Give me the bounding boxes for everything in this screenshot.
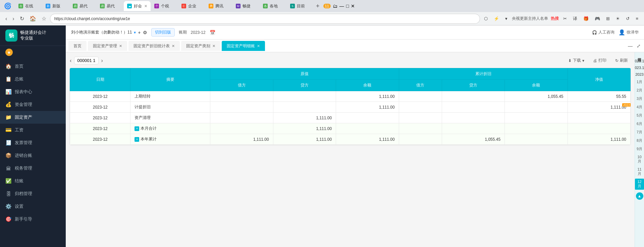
table-row: 2023-12 上期结转 1,111.00 1,055.45 55.55 [70, 91, 631, 102]
back-button[interactable]: ‹ [4, 14, 8, 23]
tab-asset-category[interactable]: 固定资产类别 ✕ [181, 41, 220, 51]
sidebar-item-home[interactable]: 🏠 首页 [0, 60, 66, 73]
sidebar-item-ledger[interactable]: 📋 总账 [0, 73, 66, 85]
period-month-11[interactable]: 11月 [635, 166, 644, 177]
sidebar-item-purchsale[interactable]: 📦 进销台账 [0, 149, 66, 162]
tab-close-4[interactable]: ✕ [144, 4, 147, 8]
wallet-icon[interactable]: 🎁 [582, 15, 590, 22]
tab-asset-category-close[interactable]: ✕ [212, 44, 215, 48]
settings-icon: ⚙️ [5, 203, 11, 209]
extensions-icon[interactable]: ⬡ [482, 15, 489, 22]
maximize-pane-icon[interactable]: ⤢ [636, 43, 641, 49]
menu-icon[interactable]: ≡ [634, 15, 640, 22]
tab-asset-management[interactable]: 固定资产管理 ✕ [88, 41, 127, 51]
browser-tab-2[interactable]: 易 易代 [69, 1, 96, 11]
sidebar-label-settings: 设置 [15, 203, 23, 209]
period-month-2[interactable]: 2月 [635, 87, 644, 94]
browser-tab-4[interactable]: ☁ 好会 ✕ [124, 1, 151, 11]
sidebar-item-assets[interactable]: 📁 固定资产 [0, 111, 66, 124]
tab-asset-management-close[interactable]: ✕ [119, 44, 122, 48]
sun-icon[interactable]: ☀ [614, 15, 622, 22]
sidebar-item-settings[interactable]: ⚙️ 设置 [0, 200, 66, 213]
scissors-icon[interactable]: ✂ [561, 15, 569, 22]
tab-bar: 🌀 在 在线 新 新版 易 易代 易 易代 ☁ 好会 ✕ 个 个税 C 企业 [0, 0, 644, 12]
game-icon[interactable]: 🎮 [593, 15, 602, 22]
calendar-icon[interactable]: 📅 [210, 30, 215, 35]
translate-icon[interactable]: 译 [571, 15, 579, 23]
settings-small-icon[interactable]: ⚙ [143, 30, 147, 35]
period-month-12[interactable]: 12月 [635, 179, 644, 190]
browser-tab-10[interactable]: S 目前 [287, 1, 314, 11]
tab-asset-detail-close[interactable]: ✕ [257, 44, 260, 48]
period-month-5[interactable]: 5月 [635, 112, 644, 119]
home-button[interactable]: 🏠 [28, 14, 38, 23]
forward-button[interactable]: › [11, 14, 15, 23]
tab-label-3: 易代 [107, 3, 115, 9]
period-month-9[interactable]: 9月 [635, 145, 644, 152]
browser-tab-8[interactable]: M 畅捷 [232, 1, 259, 11]
refresh-label: 刷新 [620, 58, 628, 63]
period-month-1[interactable]: 1月 [635, 78, 644, 85]
restore-window-icon[interactable]: 🗂 [333, 3, 337, 9]
browser-tab-9[interactable]: 各 各地 [260, 1, 286, 11]
sidebar-item-closing[interactable]: ✅ 结账 [0, 175, 66, 187]
lightning-icon[interactable]: ⚡ [492, 15, 501, 22]
period-month-4[interactable]: 4月 [635, 104, 644, 111]
cell-summary: +本月合计 [130, 123, 210, 134]
browser-tab-1[interactable]: 新 新版 [42, 1, 69, 11]
col-original-value: 原值 [210, 68, 399, 80]
col-date: 日期 [70, 68, 130, 91]
browser-tab-5[interactable]: 个 个税 [151, 1, 178, 11]
print-button[interactable]: 🖨 打印 [590, 56, 609, 65]
address-input[interactable] [50, 14, 480, 23]
cell-summary: +本年累计 [130, 134, 210, 145]
browser-tab-0[interactable]: 在 在线 [15, 1, 42, 11]
bookmark-button[interactable]: ☆ [40, 14, 48, 23]
download-button[interactable]: ⬇ 下载 ▾ [566, 56, 587, 65]
history-icon[interactable]: ↺ [624, 15, 631, 22]
prev-page-button[interactable]: ‹ [70, 58, 71, 64]
maximize-icon[interactable]: □ [346, 3, 349, 9]
sidebar-item-invoice[interactable]: 🧾 发票管理 [0, 136, 66, 149]
print-label: 打印 [598, 58, 606, 63]
dropdown-arrow-icon[interactable]: ▾ [503, 15, 509, 22]
tab-depreciation-stats-close[interactable]: ✕ [172, 44, 175, 48]
sidebar-item-reports[interactable]: 📊 报表中心 [0, 85, 66, 98]
period-month-10[interactable]: 10月 [635, 154, 644, 165]
browser-tab-7[interactable]: 腾 腾讯 [205, 1, 232, 11]
close-window-icon[interactable]: ✕ [351, 3, 355, 9]
browser-tab-back[interactable]: 🌀 [1, 1, 15, 11]
tab-asset-detail[interactable]: 固定资产明细账 ✕ [222, 41, 265, 51]
reload-button[interactable]: ↻ [18, 14, 25, 23]
next-page-button[interactable]: › [101, 58, 103, 64]
sidebar-item-archive[interactable]: 🗄 归档管理 [0, 187, 66, 200]
tab-asset-detail-label: 固定资产明细账 [227, 43, 255, 49]
minimize-pane-icon[interactable]: — [627, 43, 633, 49]
hot-search-label[interactable]: 热搜 [551, 16, 559, 21]
download-icon: ⬇ [568, 58, 572, 63]
period-month-6[interactable]: 6月 [635, 120, 644, 127]
cell-accum-debit [399, 91, 442, 102]
tab-favicon-1: 新 [46, 4, 50, 8]
minimize-icon[interactable]: — [339, 3, 344, 9]
browser-tab-3[interactable]: 易 易代 [97, 1, 123, 11]
browser-tab-6[interactable]: C 企业 [178, 1, 205, 11]
tab-home[interactable]: 首页 [68, 41, 87, 51]
page-nav[interactable]: 000001 1 [74, 57, 98, 64]
switch-version-button[interactable]: 切到旧版 [151, 28, 175, 37]
scroll-top-button[interactable]: ▲ [636, 192, 643, 200]
sidebar-item-tax[interactable]: 🏛 税务管理 [0, 162, 66, 175]
new-tab-button[interactable]: + [314, 3, 322, 10]
service-button[interactable]: 🎧 人工咨询 [592, 29, 614, 35]
tab-depreciation-stats[interactable]: 固定资产折旧统计表 ✕ [128, 41, 180, 51]
company-selector[interactable]: 刘小艳演示账套（勿删勿动！）11 ▾ + ⚙ [71, 29, 147, 35]
refresh-button[interactable]: ↻ 刷新 [612, 56, 631, 65]
sidebar-item-funds[interactable]: 💰 资金管理 [0, 98, 66, 111]
grid-icon[interactable]: ⊞ [604, 15, 611, 22]
sidebar-item-salary[interactable]: 💳 工资 [0, 124, 66, 136]
sidebar-item-guide[interactable]: 🎯 新手引导 [0, 213, 66, 226]
period-month-8[interactable]: 8月 [635, 137, 644, 144]
period-month-3[interactable]: 3月 [635, 95, 644, 102]
top-bar-icons[interactable]: + [138, 30, 141, 35]
period-month-7[interactable]: 7月 [635, 129, 644, 136]
